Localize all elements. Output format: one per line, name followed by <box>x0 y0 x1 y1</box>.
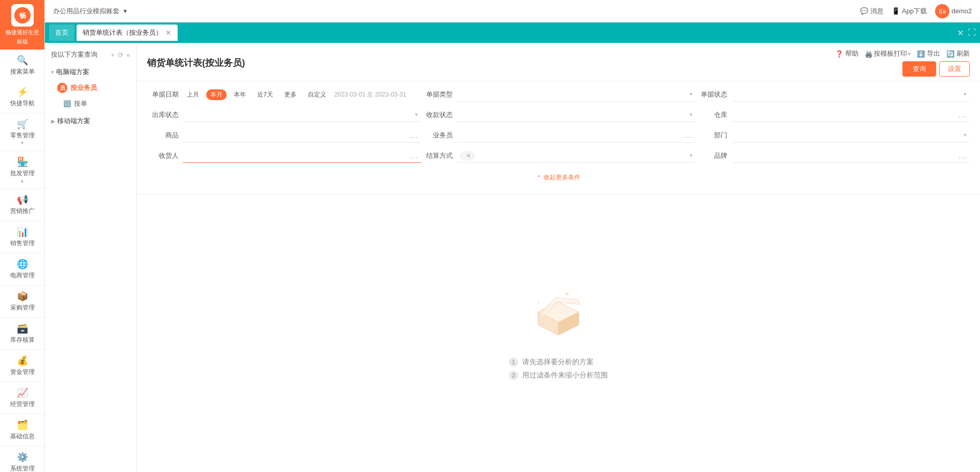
sidebar-item-purchase[interactable]: 📦 采购管理 <box>0 286 44 318</box>
filter-doc-type: 单据类型 ▾ <box>421 87 695 102</box>
logo-icon: 畅 <box>11 4 34 27</box>
user-name: demo2 <box>951 7 972 15</box>
app-download-button[interactable]: 📱 App下载 <box>892 7 927 16</box>
top-header: 办公用品行业模拟账套 ▾ 💬 消息 📱 App下载 Ea demo2 <box>45 0 980 22</box>
sidebar-item-system[interactable]: ⚙️ 系统管理 <box>0 446 44 472</box>
page-content: 按以下方案查询 + ⟳ « ▾ 电脑端方案 员 按业务员 🔢 <box>45 43 980 472</box>
settings-button[interactable]: 设置 <box>939 61 970 77</box>
sidebar-item-wholesale[interactable]: 🏪 批发管理 ▴ <box>0 151 44 189</box>
date-tab-thisyear[interactable]: 本年 <box>230 89 250 100</box>
header-right: 💬 消息 📱 App下载 Ea demo2 <box>860 4 972 18</box>
finance-label: 资金管理 <box>10 368 35 376</box>
receiver-input[interactable]: ... <box>183 149 421 163</box>
tab-expand-icon[interactable]: ⛶ <box>968 28 976 37</box>
add-schema-button[interactable]: + <box>111 51 115 59</box>
help-button[interactable]: ❓ 帮助 <box>835 49 859 58</box>
refresh-label: 刷新 <box>957 49 970 58</box>
sidebar-subtitle: 标版 <box>17 38 28 45</box>
tab-home[interactable]: 首页 <box>49 25 75 41</box>
sidebar-item-ecommerce[interactable]: 🌐 电商管理 <box>0 253 44 286</box>
sidebar-item-finance[interactable]: 💰 资金管理 <box>0 350 44 382</box>
ecommerce-icon: 🌐 <box>17 258 28 270</box>
schema-item-salesperson-label: 按业务员 <box>70 83 97 92</box>
collapse-bar: ⌃ 收起更多条件 <box>147 169 970 188</box>
refresh-schema-button[interactable]: ⟳ <box>118 51 124 59</box>
sidebar-item-retail[interactable]: 🛒 零售管理 ▾ <box>0 113 44 151</box>
department-label: 部门 <box>696 131 731 140</box>
sidebar-item-operations[interactable]: 📈 经营管理 <box>0 382 44 414</box>
filter-row-4: 收货人 ... 结算方式 ✕ ▾ <box>147 149 970 163</box>
filter-row-2: 出库状态 ▾ 收款状态 ▾ 仓库 <box>147 108 970 122</box>
collapse-panel-button[interactable]: « <box>127 51 130 59</box>
date-tab-thismonth[interactable]: 本月 <box>206 89 227 100</box>
breadcrumb-arrow[interactable]: ▾ <box>124 7 127 15</box>
mobile-group-arrow: ▶ <box>51 118 55 125</box>
filter-brand: 品牌 ... <box>696 149 970 163</box>
basic-icon: 🗂️ <box>17 419 28 431</box>
tab-sales-stat[interactable]: 销货单统计表（按业务员） ✕ <box>77 25 178 41</box>
query-button[interactable]: 查询 <box>902 61 936 77</box>
svg-text:✦: ✦ <box>564 290 570 298</box>
svg-text:✦: ✦ <box>535 299 541 306</box>
sidebar-item-basic[interactable]: 🗂️ 基础信息 <box>0 414 44 446</box>
print-button[interactable]: 🖨️ 按模板打印 ▾ <box>865 49 911 58</box>
print-label: 按模板打印 <box>874 49 907 58</box>
date-tab-last7days[interactable]: 近7天 <box>253 89 277 100</box>
sidebar-item-inventory[interactable]: 🗃️ 库存核算 <box>0 318 44 350</box>
sidebar-item-sales[interactable]: 📊 销售管理 <box>0 221 44 253</box>
refresh-button[interactable]: 🔄 刷新 <box>946 49 970 58</box>
sidebar-item-marketing[interactable]: 📢 营销推广 <box>0 189 44 221</box>
schema-item-by-order[interactable]: 🔢 按单 <box>45 96 136 111</box>
receipt-status-select[interactable]: ▾ <box>457 108 695 122</box>
goods-input[interactable]: ... <box>183 128 421 143</box>
inventory-icon: 🗃️ <box>17 323 28 334</box>
empty-state-tip-1: 1 请先选择要分析的方案 <box>509 358 608 367</box>
filter-warehouse: 仓库 ... <box>696 108 970 122</box>
tab-sales-stat-label: 销货单统计表（按业务员） <box>83 28 162 37</box>
finance-icon: 💰 <box>17 355 28 366</box>
date-tab-lastmonth[interactable]: 上月 <box>183 89 203 100</box>
schema-group-desktop-toggle[interactable]: ▾ 电脑端方案 <box>45 64 136 80</box>
empty-state: ✦ ✦ ✦ 1 请先选择要分析的方案 2 用过滤条件来缩小分析范围 <box>137 195 980 472</box>
doc-status-arrow: ▾ <box>964 91 967 98</box>
out-status-select[interactable]: ▾ <box>183 108 421 122</box>
sidebar-item-quicknav[interactable]: ⚡ 快捷导航 <box>0 81 44 113</box>
sidebar-search[interactable]: 🔍 搜索菜单 <box>8 50 37 81</box>
tip-text-2: 用过滤条件来缩小分析范围 <box>522 371 608 380</box>
basic-label: 基础信息 <box>10 432 35 441</box>
export-button[interactable]: ⬇️ 导出 <box>917 49 940 58</box>
date-tab-custom[interactable]: 自定义 <box>304 89 330 100</box>
doc-type-select[interactable]: ▾ <box>457 87 695 102</box>
marketing-label: 营销推广 <box>10 207 35 216</box>
salesperson-input[interactable]: ... <box>457 128 695 143</box>
page-title-bar: 销货单统计表(按业务员) ❓ 帮助 🖨️ 按模板打印 ▾ ⬇ <box>137 43 980 81</box>
filter-doc-status: 单据状态 ▾ <box>696 87 970 102</box>
date-tab-more[interactable]: 更多 <box>280 89 301 100</box>
user-menu[interactable]: Ea demo2 <box>935 4 972 18</box>
quicknav-label: 快捷导航 <box>10 99 35 108</box>
schema-item-by-salesperson[interactable]: 员 按业务员 <box>45 80 136 96</box>
schema-group-desktop: ▾ 电脑端方案 员 按业务员 🔢 按单 <box>45 64 136 111</box>
print-dropdown-arrow: ▾ <box>908 51 911 57</box>
mobile-group-label: 移动端方案 <box>57 116 90 126</box>
msg-button[interactable]: 💬 消息 <box>860 7 884 16</box>
brand-input[interactable]: ... <box>731 149 970 163</box>
header-left: 办公用品行业模拟账套 ▾ <box>53 7 127 16</box>
payment-tag-close[interactable]: ✕ <box>466 152 471 159</box>
page-title-actions: ❓ 帮助 🖨️ 按模板打印 ▾ ⬇️ 导出 � <box>835 49 970 58</box>
department-select[interactable]: ▾ <box>731 128 970 143</box>
sales-icon: 📊 <box>17 226 28 238</box>
retail-label: 零售管理 <box>10 131 35 140</box>
retail-arrow: ▾ <box>21 140 23 146</box>
doc-status-select[interactable]: ▾ <box>731 87 970 102</box>
payment-input[interactable]: ✕ ▾ <box>457 149 695 163</box>
warehouse-input[interactable]: ... <box>731 108 970 122</box>
filter-row-1: 单据日期 上月 本月 本年 近7天 更多 自定义 2023-03-01 至 20… <box>147 87 970 102</box>
app-download-label: App下载 <box>902 7 927 16</box>
warehouse-label: 仓库 <box>696 110 731 120</box>
tab-close-all-icon[interactable]: ✕ <box>957 28 964 38</box>
empty-state-tip-2: 2 用过滤条件来缩小分析范围 <box>509 371 608 380</box>
schema-group-mobile-toggle[interactable]: ▶ 移动端方案 <box>45 113 136 129</box>
collapse-button[interactable]: ⌃ 收起更多条件 <box>530 171 586 184</box>
tab-close-icon[interactable]: ✕ <box>165 29 172 36</box>
